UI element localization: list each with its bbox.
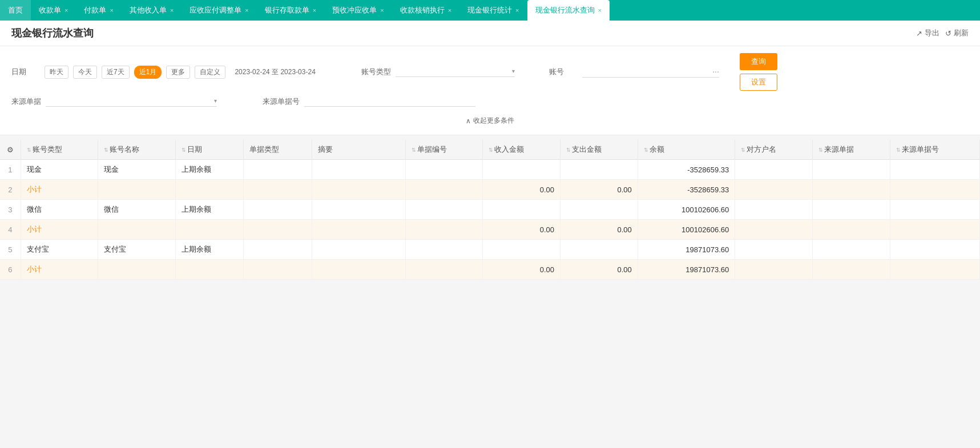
source-doc-input[interactable] [46, 96, 212, 105]
table-body: 1现金现金上期余额-3528659.332小计0.000.00-3528659.… [0, 160, 980, 280]
nav-item-ar-ap-adjust[interactable]: 应收应付调整单× [182, 0, 256, 21]
table-row: 5支付宝支付宝上期余额19871073.60 [0, 240, 980, 260]
close-icon[interactable]: × [380, 0, 384, 21]
account-type-input[interactable] [396, 67, 510, 75]
th-doc-type[interactable]: 单据类型 [244, 140, 312, 160]
nav-item-cash-flow-query[interactable]: 现金银行流水查询× [527, 0, 610, 21]
refresh-button[interactable]: ↺ 刷新 [945, 28, 969, 38]
source-docno-label: 来源单据号 [263, 96, 300, 107]
close-icon[interactable]: × [448, 0, 451, 21]
source-doc-filter: 来源单据 ▾ [11, 96, 217, 107]
date-options: 昨天 今天 近7天 近1月 更多 自定义 [45, 66, 225, 79]
account-filter: 账号 ··· [549, 67, 719, 78]
top-nav: 首页收款单×付款单×其他收入单×应收应付调整单×银行存取款单×预收冲应收单×收款… [0, 0, 980, 21]
source-docno-filter: 来源单据号 [263, 96, 475, 107]
filter-row-source: 来源单据 ▾ 来源单据号 [11, 96, 969, 107]
date-btn-more[interactable]: 更多 [166, 66, 190, 79]
th-date[interactable]: ⇅日期 [176, 140, 244, 160]
th-expense[interactable]: ⇅支出金额 [560, 140, 638, 160]
th-account-type[interactable]: ⇅账号类型 [21, 140, 98, 160]
close-icon[interactable]: × [313, 0, 316, 21]
th-counterparty[interactable]: ⇅对方户名 [735, 140, 813, 160]
th-summary[interactable]: 摘要 [312, 140, 405, 160]
action-buttons: 查询 设置 [740, 53, 777, 91]
export-button[interactable]: ↗ 导出 [916, 28, 939, 38]
nav-item-receipt[interactable]: 收款单× [31, 0, 76, 21]
table-row: 3微信微信上期余额100102606.60 [0, 200, 980, 220]
th-balance[interactable]: ⇅余额 [638, 140, 735, 160]
source-doc-select-wrapper[interactable]: ▾ [46, 96, 217, 107]
filter-area: 日期 昨天 今天 近7天 近1月 更多 自定义 2023-02-24 至 202… [0, 46, 980, 135]
close-icon[interactable]: × [598, 0, 602, 21]
date-filter-group: 日期 昨天 今天 近7天 近1月 更多 自定义 2023-02-24 至 202… [11, 66, 316, 79]
nav-item-other-income[interactable]: 其他收入单× [122, 0, 182, 21]
close-icon[interactable]: × [110, 0, 113, 21]
date-range-display: 2023-02-24 至 2023-03-24 [235, 67, 315, 77]
export-icon: ↗ [916, 29, 922, 38]
th-source-docno[interactable]: ⇅来源单据号 [890, 140, 979, 160]
nav-item-bank-deposit[interactable]: 银行存取款单× [257, 0, 324, 21]
page-title: 现金银行流水查询 [11, 26, 94, 40]
table-container: ⚙ ⇅账号类型 ⇅账号名称 ⇅日期 单据类型 摘要 ⇅单据编号 ⇅收入金额 ⇅支… [0, 140, 980, 280]
nav-item-receipt-verify[interactable]: 收款核销执行× [392, 0, 459, 21]
page-header: 现金银行流水查询 ↗ 导出 ↺ 刷新 [0, 21, 980, 46]
header-row: ⚙ ⇅账号类型 ⇅账号名称 ⇅日期 单据类型 摘要 ⇅单据编号 ⇅收入金额 ⇅支… [0, 140, 980, 160]
nav-item-payment[interactable]: 付款单× [76, 0, 121, 21]
date-btn-custom[interactable]: 自定义 [195, 66, 225, 79]
account-input[interactable] [582, 67, 710, 75]
data-table: ⚙ ⇅账号类型 ⇅账号名称 ⇅日期 单据类型 摘要 ⇅单据编号 ⇅收入金额 ⇅支… [0, 140, 980, 280]
account-select-wrapper[interactable]: ··· [582, 67, 719, 78]
account-label: 账号 [549, 67, 578, 77]
date-btn-today[interactable]: 今天 [73, 66, 97, 79]
close-icon[interactable]: × [64, 0, 68, 21]
source-docno-select-wrapper[interactable] [304, 96, 475, 107]
source-doc-label: 来源单据 [11, 96, 41, 107]
table-row: 1现金现金上期余额-3528659.33 [0, 160, 980, 180]
query-button[interactable]: 查询 [740, 53, 777, 70]
gear-col-header[interactable]: ⚙ [0, 140, 21, 160]
account-type-select-wrapper[interactable]: ▾ [396, 67, 515, 77]
account-type-filter: 账号类型 ▾ [361, 67, 515, 77]
th-income[interactable]: ⇅收入金额 [483, 140, 560, 160]
refresh-icon: ↺ [945, 29, 951, 38]
collapse-bar[interactable]: ∧ 收起更多条件 [11, 112, 969, 128]
settings-button[interactable]: 设置 [740, 74, 777, 91]
th-source-doc[interactable]: ⇅来源单据 [813, 140, 890, 160]
nav-item-prepaid-offset[interactable]: 预收冲应收单× [324, 0, 392, 21]
date-btn-yesterday[interactable]: 昨天 [45, 66, 68, 79]
close-icon[interactable]: × [515, 0, 519, 21]
th-doc-no[interactable]: ⇅单据编号 [405, 140, 483, 160]
source-doc-chevron: ▾ [214, 98, 217, 104]
date-label: 日期 [11, 67, 40, 77]
table-row: 2小计0.000.00-3528659.33 [0, 180, 980, 200]
date-btn-1month[interactable]: 近1月 [134, 66, 162, 79]
table-header: ⚙ ⇅账号类型 ⇅账号名称 ⇅日期 单据类型 摘要 ⇅单据编号 ⇅收入金额 ⇅支… [0, 140, 980, 160]
close-icon[interactable]: × [245, 0, 248, 21]
filter-row-date: 日期 昨天 今天 近7天 近1月 更多 自定义 2023-02-24 至 202… [11, 53, 969, 91]
date-btn-7days[interactable]: 近7天 [102, 66, 130, 79]
gear-icon: ⚙ [7, 146, 14, 154]
account-type-label: 账号类型 [361, 67, 391, 77]
collapse-icon: ∧ [466, 117, 471, 125]
th-account-name[interactable]: ⇅账号名称 [98, 140, 176, 160]
source-docno-input[interactable] [304, 96, 475, 105]
nav-item-cash-stat[interactable]: 现金银行统计× [459, 0, 527, 21]
account-more-icon[interactable]: ··· [712, 67, 719, 76]
table-row: 4小计0.000.00100102606.60 [0, 220, 980, 240]
table-row: 6小计0.000.0019871073.60 [0, 260, 980, 280]
close-icon[interactable]: × [170, 0, 174, 21]
account-type-chevron: ▾ [512, 68, 515, 74]
nav-item-home[interactable]: 首页 [0, 0, 31, 21]
header-actions: ↗ 导出 ↺ 刷新 [916, 28, 969, 38]
